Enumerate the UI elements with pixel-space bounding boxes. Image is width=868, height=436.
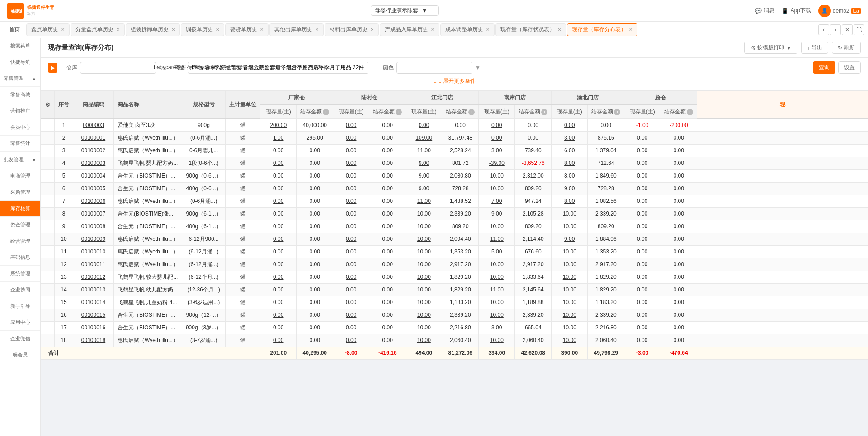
qty-link[interactable]: 10.00 [490, 312, 504, 318]
user-area[interactable]: 👤 demo2 Ea [818, 5, 861, 17]
tab-db-history[interactable]: 调拨单历史 ✕ [181, 23, 224, 36]
qty-link[interactable]: 1.00 [273, 135, 283, 141]
export-btn[interactable]: ↑ 导出 [801, 42, 828, 54]
sidebar-item-search[interactable]: 搜索英单 [0, 38, 40, 54]
qty-link[interactable]: 0.00 [273, 185, 283, 192]
qty-link[interactable]: 10.00 [563, 324, 576, 331]
tab-yh-history[interactable]: 要货单历史 ✕ [225, 23, 269, 36]
product-code-link[interactable]: 00100002 [81, 147, 105, 154]
sidebar-item-members[interactable]: 会员中心 [0, 119, 40, 136]
qty-link[interactable]: 0.00 [346, 211, 356, 217]
sidebar-item-wholesale[interactable]: 批发管理 ▼ [0, 152, 40, 168]
sidebar-item-app-center[interactable]: 应用中心 [0, 314, 40, 331]
sidebar-item-purchase[interactable]: 采购管理 [0, 184, 40, 201]
qty-link[interactable]: 0.00 [346, 286, 356, 293]
sidebar-item-wecom[interactable]: 企业微信 [0, 331, 40, 347]
tab-close-icon[interactable]: ✕ [171, 27, 175, 32]
tab-close-icon[interactable]: ✕ [315, 27, 319, 32]
tab-close-icon[interactable]: ✕ [431, 27, 434, 32]
qty-link[interactable]: 3.00 [564, 135, 575, 141]
query-btn[interactable]: 查询 [813, 61, 835, 74]
qty-link[interactable]: 0.00 [273, 198, 283, 204]
qty-link[interactable]: 9.00 [491, 211, 502, 217]
sidebar-item-retail[interactable]: 零售管理 ▲ [0, 70, 40, 87]
product-code-link[interactable]: 00100014 [81, 299, 105, 305]
qty-link[interactable]: 0.00 [273, 337, 283, 343]
qty-link[interactable]: 10.00 [563, 211, 576, 217]
sidebar-item-retail-stats[interactable]: 零售统计 [0, 136, 40, 152]
product-input[interactable] [188, 62, 368, 74]
qty-link[interactable]: 10.00 [417, 223, 431, 230]
info-icon[interactable]: i [614, 109, 620, 115]
product-code-link[interactable]: 00100010 [81, 248, 105, 255]
qty-link[interactable]: 10.00 [490, 185, 504, 192]
tab-close-icon[interactable]: ✕ [370, 27, 374, 32]
qty-link[interactable]: 10.00 [490, 261, 504, 267]
qty-link[interactable]: 10.00 [417, 299, 431, 305]
qty-link[interactable]: 9.00 [419, 185, 429, 192]
product-code-link[interactable]: 00100013 [81, 286, 105, 293]
tab-cbtz-history[interactable]: 成本调整单历史 ✕ [440, 23, 495, 36]
tab-close-icon[interactable]: ✕ [486, 27, 490, 32]
sidebar-item-inventory[interactable]: 库存核算 [0, 201, 40, 217]
sidebar-item-quicknav[interactable]: 快捷导航 [0, 54, 40, 70]
tab-home[interactable]: 首页 [4, 23, 25, 36]
tab-xczl-kckjb[interactable]: 现存量（库存状况表）✕ [495, 23, 566, 36]
qty-link[interactable]: 11.00 [490, 286, 504, 293]
tab-pdd-history[interactable]: 盘点单历史 ✕ [26, 23, 70, 36]
qty-link[interactable]: 3.00 [491, 147, 502, 154]
sidebar-item-operations[interactable]: 经营管理 [0, 233, 40, 249]
qty-link[interactable]: -39.00 [489, 160, 505, 166]
info-icon[interactable]: i [541, 109, 547, 115]
tab-next-btn[interactable]: › [830, 24, 841, 35]
qty-link[interactable]: 10.00 [417, 211, 431, 217]
color-input[interactable] [396, 62, 472, 74]
qty-link[interactable]: 0.00 [273, 324, 283, 331]
qty-link[interactable]: 10.00 [563, 312, 576, 318]
warehouse-ellipsis-icon[interactable]: … [159, 64, 169, 71]
qty-link[interactable]: 0.00 [273, 261, 283, 267]
refresh-btn[interactable]: ↻ 刷新 [832, 42, 861, 54]
sidebar-item-marketing[interactable]: 营销推广 [0, 103, 40, 119]
qty-link[interactable]: 0.00 [346, 223, 356, 230]
product-code-link[interactable]: 00100011 [81, 261, 105, 267]
qty-link[interactable]: 10.00 [563, 223, 576, 230]
info-icon[interactable]: i [687, 109, 693, 115]
qty-link[interactable]: 10.00 [417, 261, 431, 267]
tab-close-icon[interactable]: ✕ [116, 27, 120, 32]
qty-link[interactable]: 10.00 [417, 324, 431, 331]
settings-btn[interactable]: 设置 [838, 61, 861, 74]
info-icon[interactable]: i [323, 109, 329, 115]
qty-link[interactable]: 0.00 [491, 135, 502, 141]
qty-link[interactable]: 0.00 [273, 299, 283, 305]
qty-link[interactable]: 0.00 [346, 236, 356, 242]
product-code-link[interactable]: 00100009 [81, 236, 105, 242]
product-code-link[interactable]: 00100012 [81, 274, 105, 280]
expand-more-btn[interactable]: ⌄⌄ 展开更多条件 [433, 77, 476, 85]
qty-link[interactable]: 0.00 [346, 147, 356, 154]
product-code-link[interactable]: 00100015 [81, 312, 105, 318]
qty-link[interactable]: 11.00 [417, 198, 431, 204]
qty-link[interactable]: 8.00 [564, 173, 575, 179]
qty-link[interactable]: 0.00 [273, 286, 283, 293]
tab-close-icon[interactable]: ✕ [260, 27, 264, 32]
app-download-btn[interactable]: 📱 App下载 [782, 7, 811, 14]
product-code-link[interactable]: 0000003 [83, 122, 104, 128]
qty-link[interactable]: 0.00 [346, 299, 356, 305]
qty-link[interactable]: 9.00 [564, 236, 575, 242]
qty-link[interactable]: 0.00 [346, 248, 356, 255]
qty-link[interactable]: 10.00 [563, 299, 576, 305]
tab-clck-history[interactable]: 材料出库单历史 ✕ [325, 23, 379, 36]
qty-link[interactable]: 10.00 [563, 337, 576, 343]
th-settings[interactable]: ⚙ [41, 91, 55, 119]
qty-link[interactable]: 10.00 [417, 248, 431, 255]
warehouse-input[interactable] [80, 62, 156, 74]
tab-flpdd-history[interactable]: 分量盘点单历史 ✕ [71, 23, 125, 36]
tab-close-icon[interactable]: ✕ [61, 27, 65, 32]
qty-link[interactable]: 10.00 [563, 261, 576, 267]
product-code-link[interactable]: 00100018 [81, 337, 105, 343]
qty-link[interactable]: 0.00 [346, 198, 356, 204]
qty-link[interactable]: 200.00 [270, 122, 287, 128]
qty-link[interactable]: 9.00 [419, 160, 429, 166]
product-code-link[interactable]: 00100006 [81, 198, 105, 204]
